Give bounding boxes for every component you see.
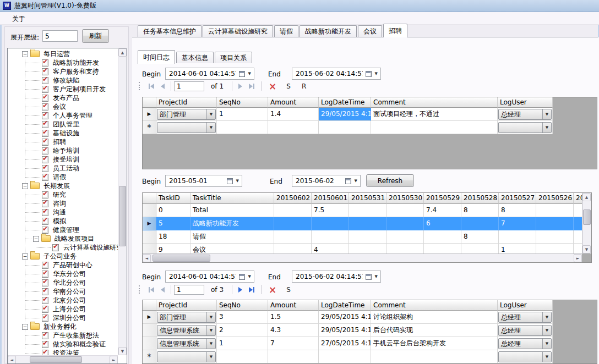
tree-item-leaf[interactable]: 健康管理 bbox=[8, 225, 118, 234]
column-header-LogUser[interactable]: LogUser bbox=[498, 300, 553, 311]
combo-dropdown-button[interactable]: ▼ bbox=[542, 339, 551, 349]
column-header-ProjectId[interactable]: ProjectId bbox=[156, 97, 217, 108]
grid-cell-comment[interactable]: 手机云平台后台架构开发 bbox=[371, 337, 498, 350]
tree-item-leaf[interactable]: 客户服务和支持 bbox=[8, 67, 118, 76]
scroll-up-icon[interactable]: ▲ bbox=[582, 193, 591, 201]
grid-cell-combo[interactable]: ▼ bbox=[498, 350, 553, 363]
subtab-基本信息[interactable]: 基本信息 bbox=[176, 52, 214, 63]
grid-cell-combo[interactable]: ▼ bbox=[498, 121, 553, 134]
grid-cell-hours[interactable] bbox=[349, 244, 386, 253]
column-header-20150527[interactable]: 20150527 bbox=[499, 193, 536, 204]
summary-horizontal-scrollbar[interactable]: ◄ ► bbox=[143, 253, 582, 262]
grid-cell-combo[interactable]: 部门管理▼ bbox=[156, 108, 217, 121]
tree-collapse-icon[interactable]: − bbox=[22, 253, 28, 260]
tree-item-leaf[interactable]: 个人事务管理 bbox=[8, 111, 118, 120]
move-previous-button[interactable] bbox=[161, 287, 165, 293]
grid-cell-tasktitle[interactable]: 请假 bbox=[190, 230, 274, 244]
grid-cell-comment[interactable]: 讨论组织架构 bbox=[371, 311, 498, 324]
grid-cell-taskid[interactable]: 9 bbox=[156, 244, 190, 253]
combo-dropdown-button[interactable]: ▼ bbox=[206, 123, 215, 133]
column-header-ProjectId[interactable]: ProjectId bbox=[156, 300, 217, 311]
grid-cell-seqno[interactable]: 1 bbox=[217, 337, 268, 350]
grid-cell-hours[interactable] bbox=[461, 244, 499, 253]
begin-datetimepicker-3[interactable]: 2014-06-01 04:14:57 ▼ bbox=[165, 271, 254, 283]
move-next-button[interactable] bbox=[238, 84, 242, 89]
reload-button[interactable]: R bbox=[302, 82, 306, 90]
calendar-dropdown-button[interactable]: ▼ bbox=[363, 271, 380, 282]
column-header-SeqNo[interactable]: SeqNo bbox=[217, 97, 268, 108]
column-header-LogUser[interactable]: LogUser bbox=[498, 97, 553, 108]
table-row[interactable]: 信息管理系统▼24.329/05/2015 4:11...后台代码实现总经理▼ bbox=[143, 324, 553, 337]
scroll-down-icon[interactable]: ▼ bbox=[582, 245, 591, 253]
grid-cell-comment[interactable]: 面试项目经理，不通过 bbox=[371, 108, 498, 121]
grid-cell-combo[interactable]: 信息管理系统▼ bbox=[156, 337, 217, 350]
subtab-项目关系[interactable]: 项目关系 bbox=[215, 52, 252, 63]
grid-cell-empty[interactable] bbox=[268, 350, 319, 363]
combo-dropdown-button[interactable]: ▼ bbox=[542, 123, 551, 133]
scrollbar-thumb[interactable] bbox=[30, 356, 82, 363]
grid-cell-taskid[interactable]: 5 bbox=[156, 217, 190, 230]
table-row[interactable]: 0Total7.57.488 bbox=[143, 204, 582, 217]
grid-cell-hours[interactable] bbox=[574, 230, 582, 244]
table-row[interactable]: ▶部门管理▼11.429/05/2015 4:15...面试项目经理，不通过总经… bbox=[143, 108, 553, 121]
calendar-dropdown-button[interactable]: ▼ bbox=[342, 175, 360, 186]
refresh-tree-button[interactable]: 刷新 bbox=[82, 29, 109, 43]
tree-item-leaf[interactable]: 请假 bbox=[8, 173, 118, 181]
table-row[interactable]: 信息管理系统▼1727/05/2015 4:10...手机云平台后台架构开发总经… bbox=[143, 337, 553, 350]
scroll-down-icon[interactable]: ▼ bbox=[118, 347, 127, 355]
scrollbar-thumb[interactable] bbox=[583, 209, 591, 225]
grid-cell-empty[interactable] bbox=[319, 121, 371, 134]
row-header[interactable] bbox=[143, 204, 156, 217]
grid-cell-combo[interactable]: 总经理▼ bbox=[498, 108, 553, 121]
refresh-summary-button[interactable]: Refresh bbox=[366, 174, 414, 187]
column-header-Comment[interactable]: Comment bbox=[371, 300, 498, 311]
toolstrip-grip-icon[interactable] bbox=[139, 82, 141, 90]
delete-record-button[interactable]: × bbox=[269, 82, 276, 91]
combo-dropdown-button[interactable]: ▼ bbox=[542, 352, 551, 362]
combo-dropdown-button[interactable]: ▼ bbox=[206, 339, 215, 349]
column-header-20150602[interactable]: 20150602 bbox=[274, 193, 312, 204]
tree-item-leaf[interactable]: 产生收集新想法 bbox=[8, 331, 118, 340]
tree-item-leaf[interactable]: 员工活动 bbox=[8, 164, 118, 173]
row-header[interactable] bbox=[143, 324, 156, 337]
grid-cell-empty[interactable] bbox=[217, 350, 268, 363]
grid-cell-hours[interactable] bbox=[312, 230, 349, 244]
grid-cell-hours[interactable]: 8 bbox=[461, 204, 499, 217]
tree-item-leaf[interactable]: 模拟 bbox=[8, 217, 118, 225]
tree-item-leaf[interactable]: 做实验和概念验证 bbox=[8, 340, 118, 349]
combo-dropdown-button[interactable]: ▼ bbox=[542, 312, 551, 322]
tree-collapse-icon[interactable]: − bbox=[22, 324, 28, 330]
grid-cell-combo[interactable]: 总经理▼ bbox=[498, 311, 553, 324]
scroll-up-icon[interactable]: ▲ bbox=[118, 48, 127, 57]
row-header[interactable] bbox=[143, 337, 156, 350]
scrollbar-thumb[interactable] bbox=[153, 255, 210, 262]
grid-cell-taskid[interactable]: 0 bbox=[156, 204, 190, 217]
tab-任务基本信息维护[interactable]: 任务基本信息维护 bbox=[138, 25, 202, 37]
grid-cell-hours[interactable] bbox=[274, 244, 312, 253]
grid-cell-empty[interactable] bbox=[371, 350, 498, 363]
row-header[interactable]: ▶ bbox=[143, 108, 156, 121]
combo-box[interactable]: 部门管理▼ bbox=[157, 312, 216, 323]
grid-cell-combo[interactable]: ▼ bbox=[156, 121, 217, 134]
scrollbar-thumb[interactable] bbox=[119, 186, 126, 246]
grid-cell-comment[interactable]: 后台代码实现 bbox=[371, 324, 498, 337]
begin-datepicker-2[interactable]: 2015-05-01 ▼ bbox=[165, 175, 242, 187]
combo-dropdown-button[interactable]: ▼ bbox=[542, 109, 551, 119]
grid-cell-combo[interactable]: 总经理▼ bbox=[498, 324, 553, 337]
combo-dropdown-button[interactable]: ▼ bbox=[206, 109, 215, 119]
tree-item-leaf[interactable]: 客户定制项目开发 bbox=[8, 85, 118, 93]
grid-cell-hours[interactable] bbox=[349, 204, 386, 217]
tree-item-leaf[interactable]: 投资决策 bbox=[8, 349, 118, 355]
tab-请假[interactable]: 请假 bbox=[274, 25, 298, 37]
grid-cell-empty[interactable] bbox=[268, 121, 319, 134]
calendar-dropdown-button[interactable]: ▼ bbox=[236, 68, 254, 79]
column-header-LogDateTime[interactable]: LogDateTime bbox=[319, 97, 371, 108]
tree-horizontal-scrollbar[interactable]: ◄ ► bbox=[8, 355, 118, 363]
position-textbox[interactable]: 1 bbox=[174, 285, 204, 295]
combo-box[interactable]: ▼ bbox=[498, 122, 552, 133]
combo-box[interactable]: ▼ bbox=[498, 351, 552, 362]
column-header-20150525[interactable]: 20150525 bbox=[574, 193, 582, 204]
scroll-right-icon[interactable]: ► bbox=[110, 356, 118, 364]
grid-cell-tasktitle[interactable]: 战略新功能开发 bbox=[190, 217, 274, 230]
row-header[interactable]: ▶ bbox=[143, 217, 156, 230]
